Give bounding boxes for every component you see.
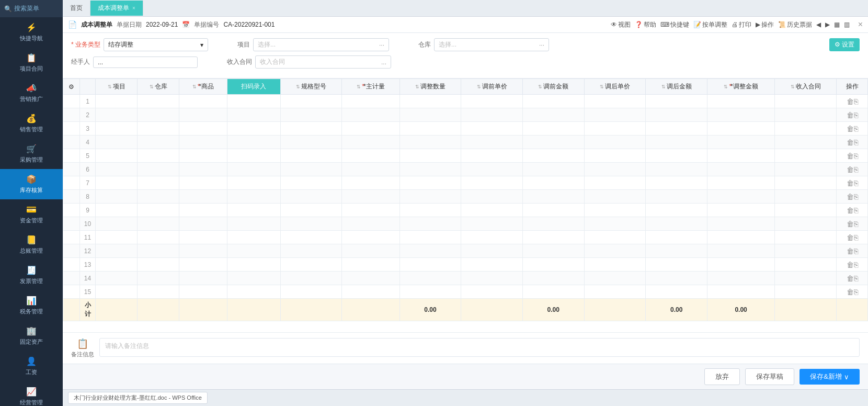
row-copy-btn[interactable]: ⎘ <box>854 274 858 283</box>
row-delete-btn[interactable]: 🗑 <box>847 206 854 215</box>
row-delete-btn[interactable]: 🗑 <box>847 193 854 201</box>
col-settings[interactable]: ⚙ <box>63 79 80 95</box>
sidebar-item-purchase[interactable]: 🛒 采购管理 <box>0 139 63 169</box>
row-copy-btn[interactable]: ⎘ <box>854 125 858 133</box>
form-row-2: 经手人 ... 收入合同 收入合同 ... <box>71 55 860 69</box>
income-contract-label: 收入合同 <box>227 58 252 66</box>
sidebar-item-ledger[interactable]: 📒 总账管理 <box>0 230 63 260</box>
layout2-btn[interactable]: ▥ <box>844 21 850 28</box>
row-copy-btn[interactable]: ⎘ <box>854 261 858 269</box>
row-delete-btn[interactable]: 🗑 <box>847 179 854 187</box>
tab-close-icon[interactable]: × <box>132 5 135 11</box>
toolbar: 📄 成本调整单 单据日期 2022-09-21 📅 单据编号 CA-202209… <box>63 17 868 33</box>
no-value: CA-20220921-001 <box>223 21 275 28</box>
row-delete-btn[interactable]: 🗑 <box>847 233 854 242</box>
col-after-amount[interactable]: ⇅调后金额 <box>646 79 707 95</box>
row-delete-btn[interactable]: 🗑 <box>847 261 854 269</box>
col-product[interactable]: ⇅**商品 <box>179 79 227 95</box>
taskbar-item[interactable]: 木门行业好业财处理方案-墨红红.doc - WPS Office <box>68 392 208 404</box>
operation-btn[interactable]: ▶ 操作 <box>756 20 774 29</box>
nav-next-btn[interactable]: ▶ <box>825 21 830 28</box>
col-unit[interactable]: ⇅**主计量 <box>342 79 399 95</box>
col-project[interactable]: ⇅项目 <box>96 79 138 95</box>
row-delete-btn[interactable]: 🗑 <box>847 97 854 106</box>
tab-cost-adjust[interactable]: 成本调整单 × <box>90 1 143 16</box>
notes-icon: 📋 <box>77 338 88 349</box>
row-copy-btn[interactable]: ⎘ <box>854 220 858 228</box>
col-adjust-qty[interactable]: ⇅调整数量 <box>399 79 461 95</box>
save-draft-button[interactable]: 保存草稿 <box>745 368 794 385</box>
row-copy-btn[interactable]: ⎘ <box>854 165 858 174</box>
sidebar-item-project-contract[interactable]: 📋 项目合同 <box>0 48 63 78</box>
col-spec[interactable]: ⇅规格型号 <box>280 79 342 95</box>
form-header: * 业务类型 结存调整 ▾ 项目 选择... ··· 仓库 <box>63 33 868 78</box>
row-delete-btn[interactable]: 🗑 <box>847 274 854 283</box>
table-row: 7🗑⎘ <box>63 176 868 190</box>
row-copy-btn[interactable]: ⎘ <box>854 233 858 242</box>
shortcut-btn[interactable]: ⌨ 快捷键 <box>660 20 689 29</box>
row-delete-btn[interactable]: 🗑 <box>847 138 854 146</box>
income-contract-placeholder: 收入合同 <box>260 58 285 66</box>
settings-button[interactable]: ⚙ 设置 <box>829 38 860 51</box>
sidebar-item-finance[interactable]: 💳 资金管理 <box>0 199 63 230</box>
notes-input[interactable]: 请输入备注信息 <box>99 338 860 357</box>
row-copy-btn[interactable]: ⎘ <box>854 179 858 187</box>
business-type-select[interactable]: 结存调整 ▾ <box>104 38 208 51</box>
row-copy-btn[interactable]: ⎘ <box>854 111 858 119</box>
col-before-amount[interactable]: ⇅调前金额 <box>522 79 584 95</box>
tab-home[interactable]: 首页 <box>63 1 90 16</box>
row-copy-btn[interactable]: ⎘ <box>854 206 858 215</box>
sidebar-item-tax[interactable]: 📊 税务管理 <box>0 290 63 321</box>
col-action: 操作 <box>837 79 868 95</box>
finance-icon: 💳 <box>26 205 37 215</box>
row-copy-btn[interactable]: ⎘ <box>854 247 858 255</box>
row-delete-btn[interactable]: 🗑 <box>847 152 854 160</box>
income-contract-input[interactable]: 收入合同 ... <box>255 55 391 69</box>
project-input[interactable]: 选择... ··· <box>253 38 389 51</box>
sidebar-item-assets[interactable]: 🏢 固定资产 <box>0 321 63 351</box>
sidebar-item-marketing[interactable]: 📣 营销推广 <box>0 78 63 108</box>
col-scan[interactable]: 扫码录入 <box>227 79 280 95</box>
row-copy-btn[interactable]: ⎘ <box>854 152 858 160</box>
row-copy-btn[interactable]: ⎘ <box>854 97 858 106</box>
sidebar-item-sales[interactable]: 💰 销售管理 <box>0 108 63 139</box>
handler-input[interactable]: ... <box>93 57 198 68</box>
window-close-btn[interactable]: × <box>858 20 863 29</box>
help-btn[interactable]: ❓ 帮助 <box>635 20 656 29</box>
sidebar-item-quick-nav[interactable]: ⚡ 快捷导航 <box>0 17 63 48</box>
col-after-price[interactable]: ⇅调后单价 <box>584 79 646 95</box>
business-type-label: * 业务类型 <box>71 40 100 49</box>
row-delete-btn[interactable]: 🗑 <box>847 125 854 133</box>
row-delete-btn[interactable]: 🗑 <box>847 220 854 228</box>
history-btn[interactable]: 📜 历史票据 <box>778 20 812 29</box>
save-new-button[interactable]: 保存&新增 ∨ <box>800 369 860 385</box>
table-row: 6🗑⎘ <box>63 163 868 176</box>
row-copy-btn[interactable]: ⎘ <box>854 193 858 201</box>
view-btn[interactable]: 👁 视图 <box>611 20 631 29</box>
col-before-price[interactable]: ⇅调前单价 <box>461 79 523 95</box>
col-income-contract[interactable]: ⇅收入合同 <box>775 79 837 95</box>
row-copy-btn[interactable]: ⎘ <box>854 288 858 296</box>
sidebar-item-inventory[interactable]: 📦 库存核算 <box>0 169 63 199</box>
tab-bar: 首页 成本调整单 × <box>63 0 868 17</box>
row-delete-btn[interactable]: 🗑 <box>847 288 854 296</box>
row-delete-btn[interactable]: 🗑 <box>847 247 854 255</box>
warehouse-input[interactable]: 选择... ··· <box>434 38 549 51</box>
data-table: ⚙ ⇅项目 ⇅仓库 ⇅**商品 扫码录入 ⇅规格型号 ⇅**主计量 ⇅调整数量 … <box>63 78 868 321</box>
col-warehouse[interactable]: ⇅仓库 <box>138 79 179 95</box>
layout1-btn[interactable]: ▦ <box>834 21 840 28</box>
row-delete-btn[interactable]: 🗑 <box>847 165 854 174</box>
row-copy-btn[interactable]: ⎘ <box>854 138 858 146</box>
sidebar-item-invoice[interactable]: 🧾 发票管理 <box>0 260 63 290</box>
sidebar-search[interactable]: 🔍 搜索菜单 <box>0 0 63 17</box>
discard-button[interactable]: 放弃 <box>704 368 740 385</box>
purchase-icon: 🛒 <box>26 144 37 154</box>
col-adjust-amount[interactable]: ⇅**调整金额 <box>707 79 774 95</box>
row-delete-btn[interactable]: 🗑 <box>847 111 854 119</box>
print-btn[interactable]: 🖨 打印 <box>732 20 751 29</box>
table-row: 5🗑⎘ <box>63 149 868 163</box>
batch-edit-btn[interactable]: 📝 按单调整 <box>693 20 727 29</box>
nav-prev-btn[interactable]: ◀ <box>816 21 821 28</box>
sidebar-item-operations[interactable]: 📈 经营管理 <box>0 381 63 406</box>
sidebar-item-payroll[interactable]: 👤 工资 <box>0 351 63 381</box>
